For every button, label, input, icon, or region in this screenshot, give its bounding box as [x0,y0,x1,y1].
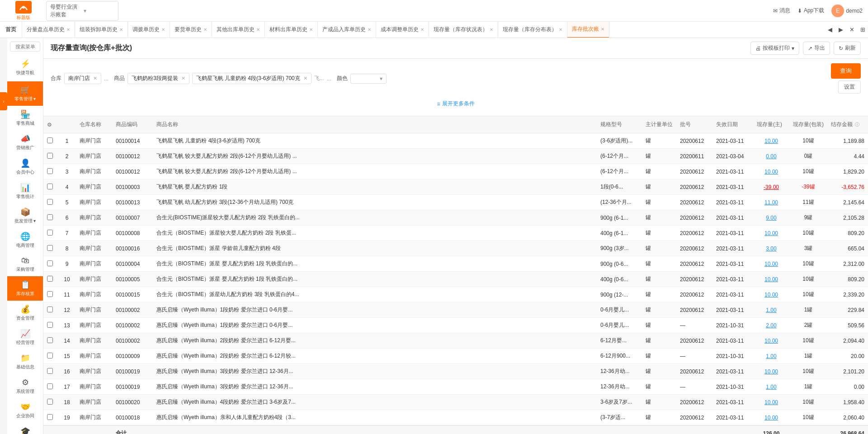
sidebar-item-quick-nav[interactable]: ⚡ 快捷导航 [7,55,43,80]
cell-stock-main[interactable]: 1.00 [753,349,789,364]
stock-main-link[interactable]: -39.00 [764,184,779,190]
stock-main-link[interactable]: 10.00 [764,169,778,175]
tab-close-transfer[interactable]: ✕ [161,27,165,32]
product-tag-1-close[interactable]: ✕ [181,75,185,81]
sidebar-item-retail-store[interactable]: 🏪 零售商城 [7,106,43,130]
stock-main-link[interactable]: 2.00 [766,322,776,329]
tab-close-material-out[interactable]: ✕ [309,27,313,32]
stock-main-link[interactable]: 10.00 [764,399,778,406]
expand-conditions-btn[interactable]: ≡ 展开更多条件 [437,100,474,108]
row-checkbox[interactable] [47,260,53,266]
tab-close-all-btn[interactable]: ✕ [846,22,857,38]
row-checkbox[interactable] [47,168,53,174]
cell-stock-main[interactable]: 10.00 [753,410,789,426]
row-checkbox[interactable] [47,414,53,420]
color-select[interactable]: ▾ [350,74,387,84]
stock-main-link[interactable]: 10.00 [764,292,778,298]
tab-close-stock-dist[interactable]: ✕ [559,27,562,32]
sidebar-item-retail-stats[interactable]: 📊 零售统计 [7,179,43,203]
sidebar-item-ecommerce[interactable]: 🌐 电商管理 [7,228,43,252]
cell-stock-main[interactable]: 10.00 [753,256,789,272]
balance-info-icon[interactable]: ⓘ [855,122,859,127]
row-checkbox[interactable] [47,353,53,359]
tab-stock-dist[interactable]: 现存量（库存分布表） ✕ [498,22,567,38]
cell-stock-main[interactable]: 10.00 [753,287,789,302]
sidebar-item-finance[interactable]: 💰 资金管理 [7,301,43,325]
cell-stock-main[interactable]: 1.00 [753,379,789,395]
cell-stock-main[interactable]: 10.00 [753,164,789,179]
tab-stock-batch[interactable]: 库存批次账 ✕ [567,22,609,38]
stock-main-link[interactable]: 3.00 [766,245,776,252]
warehouse-tag[interactable]: 南岸门店 ✕ [64,73,101,84]
sidebar-item-basic-info[interactable]: 📁 基础信息 [7,349,43,374]
warehouse-tag-close[interactable]: ✕ [93,75,97,81]
cell-stock-main[interactable]: 10.00 [753,133,789,149]
row-checkbox[interactable] [47,245,53,251]
tab-close-stock-batch[interactable]: ✕ [601,27,604,32]
row-checkbox[interactable] [47,337,53,343]
stock-main-link[interactable]: 10.00 [764,261,778,267]
tab-close-cost-adjust[interactable]: ✕ [420,27,424,32]
sidebar-item-purchase[interactable]: 🛍 采购管理 [7,252,43,276]
tab-product-in-history[interactable]: 产成品入库单历史 ✕ [318,22,376,38]
row-checkbox[interactable] [47,137,53,143]
cell-stock-main[interactable]: 10.00 [753,226,789,241]
product-tag-2-close[interactable]: ✕ [303,75,307,81]
sidebar-item-enterprise-collab[interactable]: 🤝 企业协同 [7,398,43,423]
tab-prev-btn[interactable]: ◀ [825,22,835,38]
sidebar-item-marketing[interactable]: 📣 营销推广 [7,130,43,155]
row-checkbox[interactable] [47,184,53,189]
stock-main-link[interactable]: 1.00 [766,307,776,313]
row-checkbox[interactable] [47,399,53,405]
stock-main-link[interactable]: 1.00 [766,384,776,390]
cell-stock-main[interactable]: 11.00 [753,195,789,210]
sidebar-toggle[interactable]: › [0,92,7,110]
tab-expand-btn[interactable]: ⊞ [857,22,868,38]
tab-other-out-history[interactable]: 其他出库单历史 ✕ [212,22,265,38]
sidebar-item-operations[interactable]: 📈 经营管理 [7,325,43,349]
row-checkbox[interactable] [47,153,53,159]
template-print-btn[interactable]: 🖨 按模板打印 ▾ [750,42,799,55]
user-area[interactable]: E demo2 [831,5,863,17]
sidebar-item-retail-mgmt[interactable]: 🛒 零售管理 ▾ [7,81,43,106]
tab-cost-adjust-history[interactable]: 成本调整单历史 ✕ [376,22,429,38]
stock-main-link[interactable]: 1.00 [766,353,776,359]
tab-stock-status[interactable]: 现存量（库存状况表） ✕ [429,22,498,38]
stock-main-link[interactable]: 10.00 [764,338,778,344]
query-btn[interactable]: 查询 [831,63,861,79]
col-header-settings[interactable]: ⚙ [43,116,58,133]
org-select[interactable]: 母婴行业演示账套 ▾ [46,1,118,21]
sidebar-item-new-guide[interactable]: 🎓 新手引导 [7,423,43,434]
tab-close-product-in[interactable]: ✕ [368,27,371,32]
query-settings-btn[interactable]: 设置 [838,80,861,94]
row-checkbox[interactable] [47,307,53,312]
app-download-btn[interactable]: ⬇ App下载 [797,7,824,14]
product-filter-more1[interactable]: 飞... [314,75,324,82]
sidebar-search-input[interactable] [10,42,40,52]
cell-stock-main[interactable]: 10.00 [753,272,789,287]
row-checkbox[interactable] [47,276,53,282]
stock-main-link[interactable]: 11.00 [764,199,778,206]
cell-stock-main[interactable]: 10.00 [753,364,789,379]
row-checkbox[interactable] [47,230,53,236]
stock-main-link[interactable]: 10.00 [764,138,778,144]
refresh-btn[interactable]: ↻ 刷新 [834,42,861,55]
tab-next-btn[interactable]: ▶ [835,22,846,38]
cell-stock-main[interactable]: 10.00 [753,333,789,349]
cell-stock-main[interactable]: 0.00 [753,149,789,164]
tab-close-stock-status[interactable]: ✕ [490,27,493,32]
cell-stock-main[interactable]: 10.00 [753,395,789,410]
cell-stock-main[interactable]: 9.00 [753,210,789,226]
stock-main-link[interactable]: 10.00 [764,276,778,283]
row-checkbox[interactable] [47,322,53,328]
sidebar-item-member[interactable]: 👤 会员中心 [7,155,43,179]
tab-material-out-history[interactable]: 材料出库单历史 ✕ [265,22,318,38]
stock-main-link[interactable]: 10.00 [764,368,778,375]
tab-close-ungroup[interactable]: ✕ [119,27,123,32]
stock-main-link[interactable]: 10.00 [764,230,778,236]
tab-close-require[interactable]: ✕ [203,27,207,32]
row-checkbox[interactable] [47,383,53,389]
cell-stock-main[interactable]: -39.00 [753,179,789,195]
stock-main-link[interactable]: 9.00 [766,215,776,221]
tab-transfer-history[interactable]: 调拨单历史 ✕ [128,22,170,38]
